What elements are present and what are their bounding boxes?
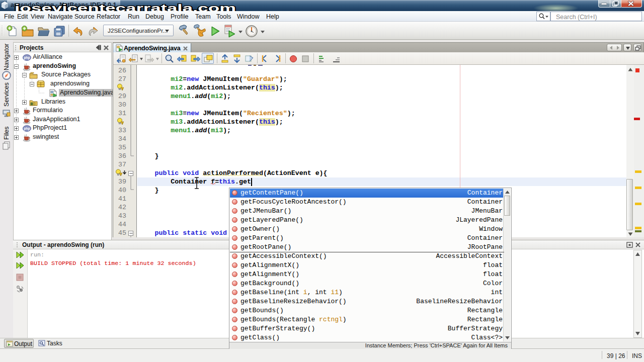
svg-text:Navigator: Navigator (3, 44, 10, 71)
svg-text:php: php (24, 127, 30, 131)
svg-text:php: php (24, 56, 30, 60)
svg-text:Files: Files (3, 127, 10, 140)
svg-text:Services: Services (3, 82, 10, 107)
